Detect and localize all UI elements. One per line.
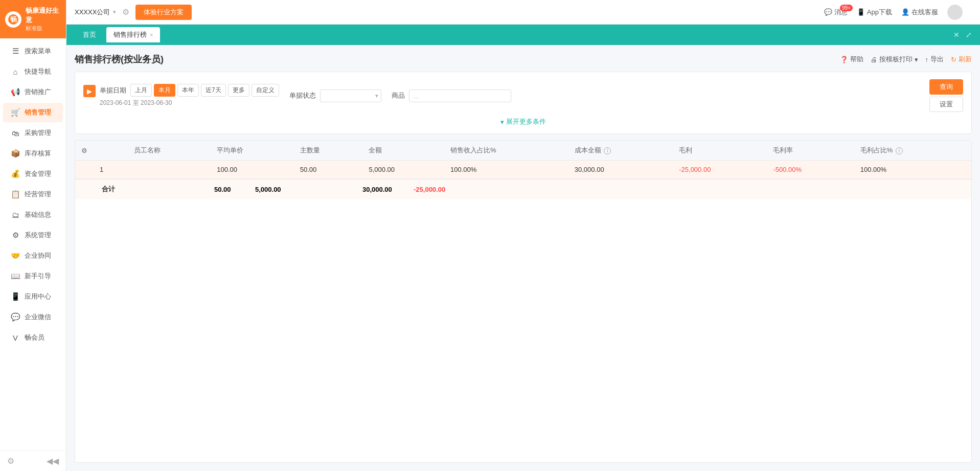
date-btn-上月[interactable]: 上月 <box>130 84 152 97</box>
member-icon: V <box>10 333 20 342</box>
filter-row: ▶ 单据日期 上月本月本年近7天更多自定义 2023-06-01 至 2023-… <box>83 79 963 112</box>
page-title: 销售排行榜(按业务员) <box>75 53 164 65</box>
date-btn-近7天[interactable]: 近7天 <box>201 84 226 97</box>
marketing-icon: 📢 <box>10 87 20 97</box>
page-actions: ❓ 帮助 🖨 按模板打印 ▾ ↑ 导出 ↻ 刷新 <box>840 55 972 64</box>
service-icon: 👤 <box>901 8 909 16</box>
th-sales-pct: 销售收入占比% <box>444 141 568 161</box>
sidebar-item-label-search: 搜索菜单 <box>25 47 51 56</box>
print-button[interactable]: 🖨 按模板打印 ▾ <box>871 55 918 64</box>
date-btn-本年[interactable]: 本年 <box>177 84 199 97</box>
sidebar-item-shortcut[interactable]: ⌂ 快捷导航 <box>3 62 63 81</box>
message-badge: 99+ <box>840 5 853 11</box>
sales-icon: 🛒 <box>10 108 20 117</box>
content: 销售排行榜(按业务员) ❓ 帮助 🖨 按模板打印 ▾ ↑ 导出 ↻ 刷新 <box>66 45 980 471</box>
date-label: 单据日期 <box>100 86 126 95</box>
settings-button[interactable]: 设置 <box>929 97 963 112</box>
cost-info-icon[interactable]: i <box>604 147 611 154</box>
filter-toggle-icon[interactable]: ▶ <box>83 85 96 97</box>
date-filter: ▶ 单据日期 上月本月本年近7天更多自定义 2023-06-01 至 2023-… <box>83 84 279 107</box>
date-btn-更多[interactable]: 更多 <box>228 84 249 97</box>
sidebar-item-label-marketing: 营销推广 <box>25 87 51 97</box>
expand-label: 展开更多条件 <box>506 117 546 126</box>
export-button[interactable]: ↑ 导出 <box>925 55 944 64</box>
tab-home[interactable]: 首页 <box>75 25 104 45</box>
sidebar-item-finance[interactable]: 💰 资金管理 <box>3 164 63 184</box>
avatar[interactable] <box>947 5 963 20</box>
sidebar-item-system[interactable]: ⚙ 系统管理 <box>3 226 63 245</box>
topbar-gear-icon[interactable]: ⚙ <box>122 7 129 17</box>
message-button[interactable]: 💬 消息 99+ <box>824 8 848 17</box>
topbar: XXXXX公司 ▾ ⚙ 体验行业方案 💬 消息 99+ 📱 App下载 👤 在线… <box>66 0 980 25</box>
date-btn-自定义[interactable]: 自定义 <box>252 84 279 97</box>
trial-button[interactable]: 体验行业方案 <box>135 5 192 20</box>
sidebar-item-search[interactable]: ☰ 搜索菜单 <box>3 41 63 61</box>
sidebar-item-operation[interactable]: 📋 经营管理 <box>3 185 63 204</box>
collapse-icon[interactable]: ◀◀ <box>47 456 59 466</box>
sidebar-item-purchase[interactable]: 🛍 采购管理 <box>3 123 63 143</box>
help-icon: ❓ <box>840 56 848 63</box>
footer-amount: 5,000.00 <box>255 186 306 193</box>
topbar-right: 💬 消息 99+ 📱 App下载 👤 在线客服 <box>824 5 972 20</box>
cell-gross: -25,000.00 <box>673 161 767 179</box>
cell-cost: 30,000.00 <box>568 161 673 179</box>
sidebar-item-label-cooperation: 企业协同 <box>25 251 51 260</box>
expand-more-button[interactable]: ▾ 展开更多条件 <box>500 117 546 126</box>
gross-pct-info-icon[interactable]: i <box>896 147 903 154</box>
th-gross-pct: 毛利占比% i <box>854 141 971 161</box>
sidebar-item-inventory[interactable]: 📦 库存核算 <box>3 144 63 163</box>
cell-avg-price: 100.00 <box>211 161 293 179</box>
window-close-icon[interactable]: ✕ <box>953 31 960 39</box>
system-icon: ⚙ <box>10 231 20 240</box>
sidebar-item-guide[interactable]: 📖 新手引导 <box>3 266 63 286</box>
company-selector[interactable]: XXXXX公司 ▾ <box>75 8 116 17</box>
online-service-button[interactable]: 👤 在线客服 <box>901 8 938 17</box>
date-btn-本月[interactable]: 本月 <box>154 84 175 97</box>
sidebar-item-label-inventory: 库存核算 <box>25 149 51 158</box>
sidebar-item-marketing[interactable]: 📢 营销推广 <box>3 82 63 102</box>
sidebar-item-label-shortcut: 快捷导航 <box>25 67 51 76</box>
sidebar-item-apps[interactable]: 📱 应用中心 <box>3 287 63 306</box>
row-settings[interactable] <box>75 161 94 179</box>
cell-rank: 1 <box>94 161 128 179</box>
tabbar: 首页 销售排行榜 × ✕ ⤢ <box>66 25 980 45</box>
sidebar-item-label-system: 系统管理 <box>25 231 51 240</box>
filter-panel: ▶ 单据日期 上月本月本年近7天更多自定义 2023-06-01 至 2023-… <box>75 72 972 134</box>
query-actions: 查询 设置 <box>929 79 963 112</box>
wechat-icon: 💬 <box>10 312 20 322</box>
refresh-button[interactable]: ↻ 刷新 <box>951 55 972 64</box>
goods-input[interactable]: ... <box>409 89 511 102</box>
status-select[interactable] <box>320 89 381 102</box>
svg-text:畅: 畅 <box>10 15 17 23</box>
sidebar-item-member[interactable]: V 畅会员 <box>3 328 63 347</box>
sidebar-logo: 畅 畅康通好生意 标准版 <box>0 0 66 38</box>
sidebar-item-wechat[interactable]: 💬 企业微信 <box>3 307 63 327</box>
settings-bottom-icon[interactable]: ⚙ <box>7 456 14 466</box>
footer-gross: -25,000.00 <box>414 186 465 193</box>
help-button[interactable]: ❓ 帮助 <box>840 55 863 64</box>
sidebar-item-label-guide: 新手引导 <box>25 272 51 281</box>
cell-gross-pct: 100.00% <box>854 161 971 179</box>
tab-sales-ranking[interactable]: 销售排行榜 × <box>106 27 160 42</box>
cell-sales-pct: 100.00% <box>444 161 568 179</box>
window-expand-icon[interactable]: ⤢ <box>966 31 972 39</box>
footer-label: 合计 <box>102 185 132 194</box>
cell-name <box>128 161 211 179</box>
sidebar-item-base[interactable]: 🗂 基础信息 <box>3 205 63 225</box>
tabbar-right: ✕ ⤢ <box>953 31 972 39</box>
print-label: 按模板打印 <box>879 55 913 64</box>
query-button[interactable]: 查询 <box>929 79 963 95</box>
goods-placeholder: ... <box>414 92 419 100</box>
sidebar: 畅 畅康通好生意 标准版 ☰ 搜索菜单 ⌂ 快捷导航 📢 营销推广 🛒 销售管理… <box>0 0 66 471</box>
sidebar-item-sales[interactable]: 🛒 销售管理 <box>3 103 63 122</box>
th-settings[interactable]: ⚙ <box>75 141 94 161</box>
sidebar-item-cooperation[interactable]: 🤝 企业协同 <box>3 246 63 265</box>
sidebar-item-label-purchase: 采购管理 <box>25 128 51 138</box>
th-cost: 成本全额 i <box>568 141 673 161</box>
logo-icon: 畅 <box>5 11 21 28</box>
tab-close-icon[interactable]: × <box>150 32 153 38</box>
export-label: 导出 <box>930 55 944 64</box>
th-qty: 主数量 <box>294 141 363 161</box>
app-download-button[interactable]: 📱 App下载 <box>857 8 892 17</box>
sales-table: ⚙ 员工名称 平均单价 主数量 全额 销售收入占比% 成本全额 i 毛利 毛利率 <box>75 141 971 179</box>
